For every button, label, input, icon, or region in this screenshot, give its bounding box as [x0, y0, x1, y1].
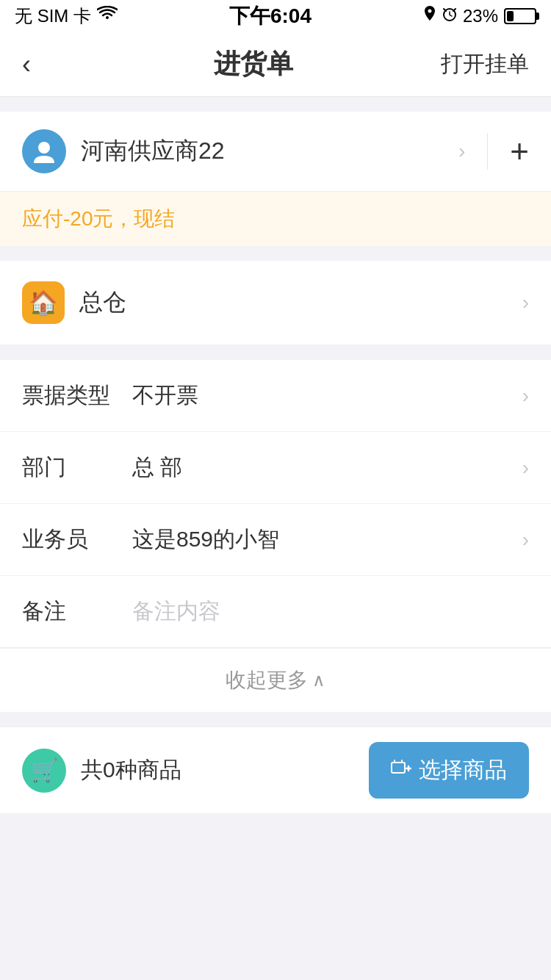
salesperson-label: 业务员: [22, 525, 125, 555]
supplier-section: 河南供应商22 › + 应付-20元，现结: [0, 112, 551, 246]
battery-percent: 23%: [463, 6, 498, 26]
department-row[interactable]: 部门 总 部 ›: [0, 432, 551, 504]
remark-input[interactable]: 备注内容: [125, 597, 529, 627]
supplier-avatar: [22, 129, 66, 173]
alarm-icon: [442, 6, 457, 26]
remark-row[interactable]: 备注 备注内容: [0, 576, 551, 648]
salesperson-chevron-icon: ›: [522, 528, 529, 552]
form-section: 票据类型 不开票 › 部门 总 部 › 业务员 这是859的小智 › 备注 备注…: [0, 360, 551, 712]
cart-icon: 🛒: [31, 757, 58, 783]
remark-label: 备注: [22, 597, 125, 627]
status-time: 下午6:04: [229, 2, 311, 30]
select-product-button[interactable]: 选择商品: [369, 742, 529, 799]
department-chevron-icon: ›: [522, 456, 529, 480]
warehouse-row[interactable]: 🏠 总仓 ›: [0, 261, 551, 345]
status-bar: 无 SIM 卡 下午6:04 23%: [0, 0, 551, 32]
open-pending-button[interactable]: 打开挂单: [441, 49, 529, 79]
status-right: 23%: [423, 6, 536, 26]
supplier-actions: › +: [458, 133, 529, 170]
supplier-name: 河南供应商22: [81, 135, 458, 167]
back-button[interactable]: ‹: [22, 49, 66, 80]
invoice-type-row[interactable]: 票据类型 不开票 ›: [0, 360, 551, 432]
person-icon: [31, 138, 57, 165]
collapse-label: 收起更多: [226, 666, 308, 694]
alert-banner: 应付-20元，现结: [0, 192, 551, 246]
salesperson-value: 这是859的小智: [125, 525, 522, 555]
invoice-type-label: 票据类型: [22, 381, 125, 411]
mid-divider-1: [0, 246, 551, 261]
nav-bar: ‹ 进货单 打开挂单: [0, 32, 551, 97]
invoice-type-chevron-icon: ›: [522, 384, 529, 408]
warehouse-icon-wrap: 🏠: [22, 281, 65, 324]
department-value: 总 部: [125, 453, 522, 483]
add-supplier-button[interactable]: +: [510, 135, 529, 167]
svg-rect-2: [392, 763, 405, 773]
mid-divider-2: [0, 345, 551, 360]
collapse-arrow-icon: ∧: [312, 670, 325, 691]
vertical-divider: [487, 133, 488, 170]
svg-point-1: [38, 142, 50, 154]
warehouse-name: 总仓: [79, 287, 522, 319]
warehouse-icon: 🏠: [29, 289, 58, 317]
product-count-label: 共0种商品: [81, 755, 369, 785]
salesperson-row[interactable]: 业务员 这是859的小智 ›: [0, 504, 551, 576]
page-title: 进货单: [214, 46, 293, 82]
select-product-label: 选择商品: [419, 755, 507, 785]
department-label: 部门: [22, 453, 125, 483]
invoice-type-value: 不开票: [125, 381, 522, 411]
battery-icon: [504, 8, 536, 24]
top-divider: [0, 97, 551, 112]
status-left: 无 SIM 卡: [15, 4, 118, 28]
supplier-row[interactable]: 河南供应商22 › +: [0, 112, 551, 192]
carrier-text: 无 SIM 卡: [15, 4, 91, 28]
warehouse-chevron-icon: ›: [522, 291, 529, 314]
supplier-chevron-icon: ›: [458, 140, 465, 163]
collapse-row[interactable]: 收起更多 ∧: [0, 648, 551, 712]
select-product-icon: [391, 759, 411, 782]
wifi-icon: [97, 6, 118, 26]
bottom-bar: 🛒 共0种商品 选择商品: [0, 727, 551, 813]
warehouse-section: 🏠 总仓 ›: [0, 261, 551, 345]
product-icon-wrap: 🛒: [22, 749, 66, 793]
location-icon: [423, 6, 436, 26]
